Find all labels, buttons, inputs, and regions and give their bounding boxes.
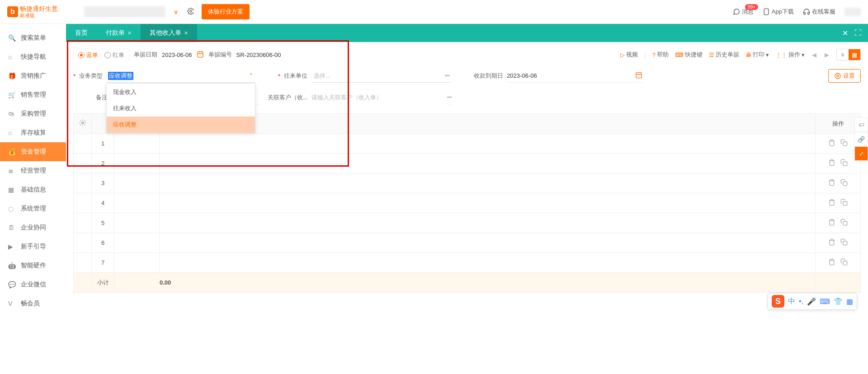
cta-button[interactable]: 体验行业方案 [202, 4, 250, 19]
sidebar-item-4[interactable]: 🛍采购管理 [0, 104, 66, 123]
linkcust-input[interactable] [311, 91, 447, 104]
sidebar-item-1[interactable]: ⌂快捷导航 [0, 47, 66, 66]
tag-icon[interactable]: 🏷 [854, 117, 868, 132]
copy-icon[interactable] [840, 260, 848, 267]
brand-subtitle: 标准版 [20, 12, 58, 19]
settings-button[interactable]: 设置 [828, 69, 861, 83]
delete-icon[interactable] [828, 161, 835, 168]
tab-0[interactable]: 首页 [66, 24, 97, 42]
ime-mic-icon[interactable]: 🎤 [807, 297, 816, 306]
more-icon[interactable]: ••• [447, 94, 452, 101]
sidebar-item-label: 智能硬件 [21, 262, 46, 270]
sidebar-item-0[interactable]: 🔍搜索菜单 [0, 28, 66, 47]
copy-icon[interactable] [840, 201, 848, 207]
radio-red[interactable]: 红单 [104, 51, 124, 59]
sidebar-item-2[interactable]: 🎁营销推广 [0, 66, 66, 85]
sidebar-item-14[interactable]: V畅会员 [0, 294, 66, 313]
shortcut-button[interactable]: ⌨快捷键 [675, 51, 703, 59]
sidebar-item-5[interactable]: ⌂库存核算 [0, 123, 66, 142]
sidebar-item-8[interactable]: ▦基础信息 [0, 180, 66, 199]
ime-keyboard-icon[interactable]: ⌨ [820, 297, 830, 306]
date-value[interactable]: 2023-06-06 [162, 51, 192, 58]
biztype-select[interactable]: 应收调整 ⌃ 现金收入往来收入应收调整 [106, 69, 255, 83]
biztype-dropdown: 现金收入往来收入应收调整 [106, 84, 255, 133]
delete-icon[interactable] [828, 181, 835, 187]
calendar-icon[interactable] [197, 51, 204, 59]
due-value[interactable]: 2023-06-06 [507, 72, 537, 79]
table-row[interactable]: 1 [74, 134, 861, 154]
copy-icon[interactable] [840, 141, 848, 148]
next-icon[interactable]: ▶ [824, 51, 830, 58]
delete-icon[interactable] [828, 220, 835, 227]
radio-blue[interactable]: 蓝单 [78, 51, 98, 59]
tab-close-icon[interactable]: ✕ [184, 30, 188, 36]
table-settings-icon[interactable] [74, 114, 92, 134]
party-select[interactable]: 选择... ••• [311, 69, 451, 83]
row-number: 4 [92, 193, 114, 213]
user-avatar[interactable] [844, 8, 861, 16]
sidebar-item-3[interactable]: 🛒销售管理 [0, 85, 66, 104]
help-button[interactable]: ?帮助 [652, 51, 669, 59]
video-button[interactable]: ▷视频 [620, 51, 638, 59]
sidebar-item-10[interactable]: 🗓企业协同 [0, 218, 66, 237]
sidebar-item-6[interactable]: 💰资金管理 [0, 142, 66, 161]
company-selector[interactable]: ∨ [84, 6, 178, 17]
support-button[interactable]: 在线客服 [803, 8, 835, 16]
delete-icon[interactable] [828, 240, 835, 247]
sidebar-item-13[interactable]: 💬企业微信 [0, 275, 66, 294]
calendar-icon[interactable] [635, 71, 642, 80]
row-number: 5 [92, 213, 114, 233]
col-ops: 操作 [816, 114, 861, 134]
delete-icon[interactable] [828, 201, 835, 207]
ime-lang[interactable]: 中 [788, 297, 795, 306]
sidebar-item-11[interactable]: ▶新手引导 [0, 237, 66, 256]
table-row[interactable]: 6 [74, 233, 861, 253]
print-button[interactable]: 🖶打印 ▾ [745, 51, 769, 59]
sidebar-item-9[interactable]: ◌系统管理 [0, 199, 66, 218]
svg-rect-7 [636, 73, 642, 78]
ime-grid-icon[interactable]: ▦ [846, 297, 853, 306]
copy-icon[interactable] [840, 161, 848, 168]
delete-icon[interactable] [828, 141, 835, 148]
dropdown-item[interactable]: 应收调整 [107, 117, 255, 133]
expand-icon[interactable]: ⛶ [854, 29, 862, 37]
more-icon[interactable]: ••• [444, 72, 449, 79]
brand-logo[interactable]: b 畅捷通好生意 标准版 [7, 5, 66, 19]
message-button[interactable]: 消息 99+ [733, 8, 754, 16]
sidebar-item-12[interactable]: 🤖智能硬件 [0, 256, 66, 275]
download-button[interactable]: App下载 [763, 8, 794, 16]
party-label: 往来单位 [284, 72, 307, 80]
cart-icon: 🛒 [8, 91, 16, 98]
gear-icon[interactable] [187, 8, 194, 16]
delete-icon[interactable] [828, 260, 835, 267]
copy-icon[interactable] [840, 220, 848, 227]
tab-close-icon[interactable]: ✕ [127, 30, 132, 36]
table-row[interactable]: 7 [74, 253, 861, 273]
copy-icon[interactable] [840, 240, 848, 247]
ime-toolbar[interactable]: S 中 •, 🎤 ⌨ 👕 ▦ [768, 293, 857, 310]
prev-icon[interactable]: ◀ [811, 51, 817, 58]
table-row[interactable]: 2 [74, 154, 861, 173]
view-card-icon[interactable]: ▦ [849, 49, 860, 60]
party-placeholder: 选择... [313, 72, 331, 80]
company-name-blur [84, 6, 165, 17]
tab-2[interactable]: 其他收入单✕ [141, 24, 197, 42]
copy-icon[interactable] [840, 181, 848, 187]
expand-icon[interactable]: ⤢ [854, 146, 868, 161]
view-list-icon[interactable]: ≡ [837, 49, 849, 60]
ime-punct-icon[interactable]: •, [799, 297, 803, 305]
ime-skin-icon[interactable]: 👕 [834, 297, 843, 306]
table-row[interactable]: 4 [74, 193, 861, 213]
sidebar-item-7[interactable]: ≣经营管理 [0, 161, 66, 180]
dropdown-item[interactable]: 现金收入 [107, 84, 255, 100]
history-button[interactable]: ☰历史单据 [709, 51, 739, 59]
ops-button[interactable]: ⋮⋮操作 ▾ [775, 51, 805, 59]
table-row[interactable]: 5 [74, 213, 861, 233]
table-row[interactable]: 3 [74, 173, 861, 193]
chevron-down-icon: ∨ [174, 8, 178, 15]
tab-1[interactable]: 付款单✕ [97, 24, 141, 42]
gift-icon: 🎁 [8, 72, 16, 79]
close-icon[interactable]: ✕ [842, 29, 848, 37]
dropdown-item[interactable]: 往来收入 [107, 100, 255, 117]
link-icon[interactable]: 🔗 [854, 132, 868, 146]
